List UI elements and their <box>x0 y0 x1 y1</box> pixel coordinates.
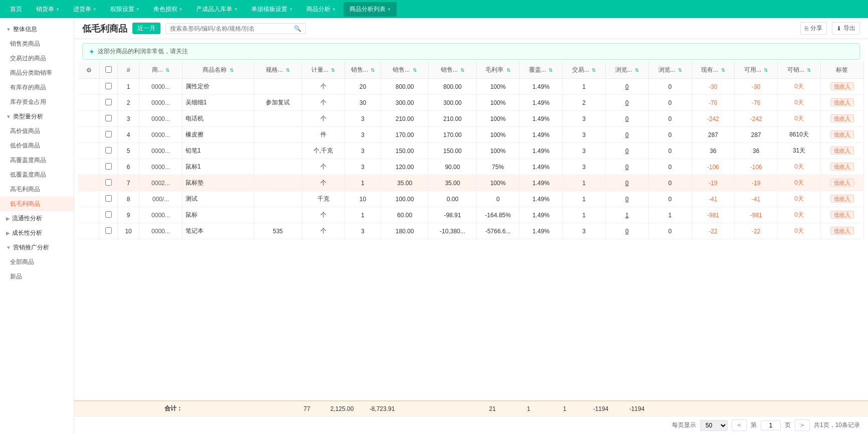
th-sellable[interactable]: 可销... ⇅ <box>778 62 821 79</box>
th-sales-amt-sort[interactable]: ⇅ <box>413 67 417 73</box>
th-spec-sort[interactable]: ⇅ <box>286 67 290 73</box>
th-coverage-sort[interactable]: ⇅ <box>549 67 553 73</box>
sidebar-group-marketing[interactable]: ▼ 营销推广分析 <box>0 240 74 255</box>
browse1-link-1[interactable]: 0 <box>625 99 629 106</box>
th-available-sort[interactable]: ⇅ <box>764 67 768 73</box>
nav-permissions-close[interactable]: × <box>136 7 139 12</box>
row-checkbox-8[interactable] <box>105 211 112 218</box>
td-check-8[interactable] <box>100 207 118 223</box>
th-name-sort[interactable]: ⇅ <box>230 67 234 73</box>
search-input[interactable] <box>170 25 291 32</box>
th-sales-profit[interactable]: 销售... ⇅ <box>429 62 476 79</box>
row-checkbox-4[interactable] <box>105 147 112 154</box>
th-sales-amt[interactable]: 销售... ⇅ <box>381 62 428 79</box>
row-checkbox-1[interactable] <box>105 99 112 105</box>
row-checkbox-6[interactable] <box>105 179 112 186</box>
nav-role-auth[interactable]: 角色授权 × <box>147 2 189 17</box>
td-browse1-7[interactable]: 0 <box>606 191 649 207</box>
th-code[interactable]: 商... ⇅ <box>139 62 183 79</box>
th-current-sort[interactable]: ⇅ <box>721 67 725 73</box>
sidebar-item-low-value[interactable]: 低价值商品 <box>0 138 74 153</box>
table-container[interactable]: ⚙ # 商... ⇅ 商品名称 ⇅ <box>74 62 868 400</box>
nav-product-warehousing[interactable]: 产成品入库单 × <box>190 2 243 17</box>
th-browse2-sort[interactable]: ⇅ <box>678 67 682 73</box>
sidebar-item-stock-capital[interactable]: 库存资金占用 <box>0 95 74 109</box>
th-spec[interactable]: 规格... ⇅ <box>254 62 301 79</box>
browse1-link-2[interactable]: 0 <box>625 115 629 122</box>
td-check-4[interactable] <box>100 143 118 159</box>
td-browse1-1[interactable]: 0 <box>606 95 649 111</box>
sidebar-item-high-value[interactable]: 高价值商品 <box>0 124 74 138</box>
th-sales-qty[interactable]: 销售... ⇅ <box>344 62 381 79</box>
td-check-7[interactable] <box>100 191 118 207</box>
th-name[interactable]: 商品名称 ⇅ <box>182 62 254 79</box>
per-page-select[interactable]: 50 20 100 <box>700 420 728 431</box>
nav-product-analysis[interactable]: 商品分析 × <box>300 2 341 17</box>
th-trade[interactable]: 交易... ⇅ <box>563 62 606 79</box>
td-check-3[interactable] <box>100 127 118 143</box>
sidebar-item-high-coverage[interactable]: 高覆盖度商品 <box>0 153 74 168</box>
nav-product-analysis-close[interactable]: × <box>332 7 335 12</box>
settings-icon[interactable]: ⚙ <box>86 67 92 74</box>
browse1-link-7[interactable]: 0 <box>625 196 629 203</box>
sidebar-group-type-analysis[interactable]: ▼ 类型量分析 <box>0 109 74 124</box>
sidebar-group-growth[interactable]: ▶ 成长性分析 <box>0 226 74 240</box>
nav-sales-order[interactable]: 销货单 × <box>30 2 65 17</box>
th-sellable-sort[interactable]: ⇅ <box>807 67 811 73</box>
search-icon[interactable]: 🔍 <box>294 25 301 32</box>
nav-product-analysis-list[interactable]: 商品分析列表 × <box>343 2 397 17</box>
share-button[interactable]: ⎘ 分享 <box>800 22 827 35</box>
td-check-5[interactable] <box>100 159 118 175</box>
row-checkbox-3[interactable] <box>105 131 112 137</box>
td-check-1[interactable] <box>100 95 118 111</box>
td-check-2[interactable] <box>100 111 118 127</box>
th-code-sort[interactable]: ⇅ <box>165 67 169 73</box>
nav-bill-template-close[interactable]: × <box>289 7 292 12</box>
td-browse1-0[interactable]: 0 <box>606 79 649 95</box>
row-checkbox-7[interactable] <box>105 195 112 202</box>
browse1-link-0[interactable]: 0 <box>625 83 629 90</box>
page-number-input[interactable] <box>761 420 781 430</box>
td-check-6[interactable] <box>100 175 118 191</box>
select-all-checkbox[interactable] <box>105 66 112 73</box>
th-current[interactable]: 现有... ⇅ <box>691 62 735 79</box>
th-sales-qty-sort[interactable]: ⇅ <box>371 67 375 73</box>
th-browse2[interactable]: 浏览... ⇅ <box>648 62 691 79</box>
sidebar-item-stocked-goods[interactable]: 有库存的商品 <box>0 80 74 95</box>
nav-purchase-order[interactable]: 进货单 × <box>67 2 102 17</box>
date-filter-button[interactable]: 近一月 <box>132 23 160 34</box>
browse1-link-4[interactable]: 0 <box>625 148 629 155</box>
th-settings[interactable]: ⚙ <box>78 62 100 79</box>
sidebar-item-sales-goods[interactable]: 销售类商品 <box>0 37 74 51</box>
th-unit[interactable]: 计量... ⇅ <box>302 62 345 79</box>
th-gross-rate[interactable]: 毛利率 ⇅ <box>476 62 519 79</box>
nav-role-auth-close[interactable]: × <box>180 7 183 12</box>
browse1-link-6[interactable]: 0 <box>625 180 629 187</box>
td-browse1-3[interactable]: 0 <box>606 127 649 143</box>
nav-permissions[interactable]: 权限设置 × <box>104 2 145 17</box>
prev-page-button[interactable]: ＜ <box>732 419 747 431</box>
th-sales-profit-sort[interactable]: ⇅ <box>460 67 464 73</box>
th-browse1[interactable]: 浏览... ⇅ <box>606 62 649 79</box>
row-checkbox-9[interactable] <box>105 227 112 234</box>
sidebar-group-overall[interactable]: ▼ 整体信息 <box>0 22 74 37</box>
td-check-9[interactable] <box>100 223 118 239</box>
th-trade-sort[interactable]: ⇅ <box>592 67 596 73</box>
td-browse1-4[interactable]: 0 <box>606 143 649 159</box>
nav-purchase-order-close[interactable]: × <box>93 7 96 12</box>
th-unit-sort[interactable]: ⇅ <box>331 67 335 73</box>
th-available[interactable]: 可用... ⇅ <box>735 62 778 79</box>
td-browse1-8[interactable]: 1 <box>606 207 649 223</box>
sidebar-item-category-rate[interactable]: 商品分类助销率 <box>0 66 74 80</box>
th-coverage[interactable]: 覆盖... ⇅ <box>519 62 563 79</box>
nav-product-analysis-list-close[interactable]: × <box>388 7 391 12</box>
next-page-button[interactable]: ＞ <box>795 419 810 431</box>
td-check-0[interactable] <box>100 79 118 95</box>
browse1-link-9[interactable]: 0 <box>625 228 629 235</box>
sidebar-group-liquidity[interactable]: ▶ 流通性分析 <box>0 211 74 226</box>
th-browse1-sort[interactable]: ⇅ <box>635 67 639 73</box>
export-button[interactable]: ⬇ 导出 <box>832 22 860 35</box>
td-browse1-9[interactable]: 0 <box>606 223 649 239</box>
nav-product-warehousing-close[interactable]: × <box>234 7 237 12</box>
td-browse1-2[interactable]: 0 <box>606 111 649 127</box>
